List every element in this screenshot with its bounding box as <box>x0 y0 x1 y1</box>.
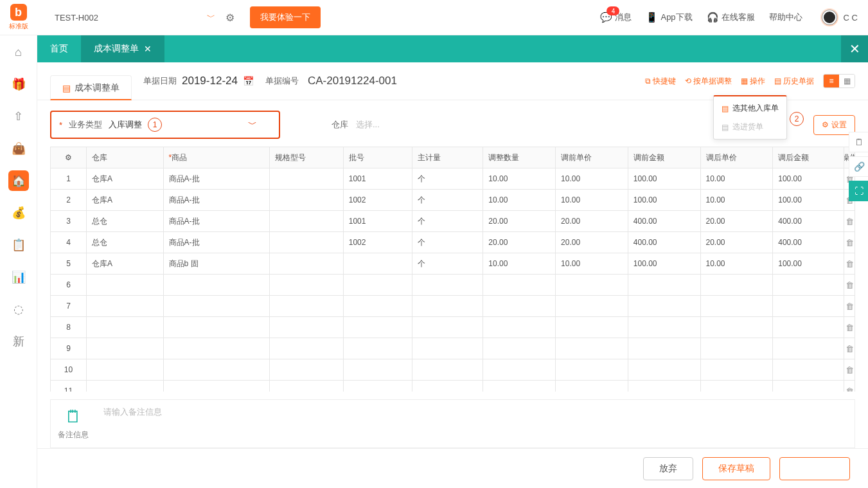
user-menu[interactable]: C C <box>820 8 858 26</box>
cell-post-amt[interactable]: 400.00 <box>773 232 844 253</box>
cell-unit[interactable] <box>412 359 484 380</box>
remark-input[interactable]: 请输入备注信息 <box>96 400 855 447</box>
close-icon[interactable]: ✕ <box>144 44 152 54</box>
messages-link[interactable]: 💬 消息 4 <box>600 12 632 23</box>
cell-pre-amt[interactable]: 100.00 <box>628 190 701 210</box>
cell-post-amt[interactable] <box>773 338 844 359</box>
trash-icon[interactable]: 🗑 <box>846 280 854 290</box>
cell-product[interactable] <box>164 338 270 359</box>
table-row[interactable]: 11🗑 <box>51 381 855 392</box>
history-link[interactable]: ▤历史单据 <box>774 76 814 87</box>
app-download-link[interactable]: 📱 App下载 <box>646 12 692 23</box>
cell-warehouse[interactable]: 仓库A <box>87 190 164 210</box>
by-bill-link[interactable]: ⟲按单据调整 <box>685 76 732 87</box>
calendar-icon[interactable]: 📅 <box>243 76 254 86</box>
cell-post-up[interactable] <box>701 359 774 380</box>
cell-pre-up[interactable] <box>556 317 628 338</box>
dropdown-option-other-inbound[interactable]: ▤ 选其他入库单 <box>714 99 786 118</box>
cell-post-up[interactable]: 20.00 <box>701 232 774 253</box>
cell-pre-amt[interactable] <box>628 338 701 359</box>
table-row[interactable]: 8🗑 <box>51 317 855 338</box>
table-row[interactable]: 7🗑 <box>51 296 855 317</box>
cell-product[interactable]: 商品A-批 <box>164 211 270 231</box>
nav-report-icon[interactable]: 📊 <box>8 267 29 287</box>
cell-unit[interactable]: 个 <box>412 168 484 189</box>
cell-unit[interactable] <box>412 338 484 359</box>
cell-batch[interactable]: 1002 <box>344 232 412 253</box>
trash-icon[interactable]: 🗑 <box>846 302 854 311</box>
cell-spec[interactable] <box>270 190 344 210</box>
cell-adj-qty[interactable] <box>483 381 556 392</box>
cell-post-up[interactable] <box>701 381 774 392</box>
cell-pre-amt[interactable]: 400.00 <box>628 211 701 231</box>
cell-pre-amt[interactable] <box>628 381 701 392</box>
cell-warehouse[interactable] <box>87 381 164 392</box>
cell-adj-qty[interactable]: 10.00 <box>483 253 556 274</box>
cell-product[interactable]: 商品A-批 <box>164 232 270 253</box>
nav-home-icon[interactable]: ⌂ <box>8 42 29 62</box>
cell-product[interactable]: 商品A-批 <box>164 190 270 210</box>
cell-adj-qty[interactable]: 10.00 <box>483 168 556 189</box>
table-row[interactable]: 5仓库A商品b 固个10.0010.00100.0010.00100.00🗑 <box>51 253 855 275</box>
cell-post-amt[interactable] <box>773 317 844 338</box>
rail-link-icon[interactable]: 🔗 <box>849 156 868 177</box>
cell-spec[interactable] <box>270 275 344 295</box>
table-row[interactable]: 1仓库A商品A-批1001个10.0010.00100.0010.00100.0… <box>51 168 855 190</box>
cell-unit[interactable]: 个 <box>412 211 484 231</box>
shop-selector[interactable]: TEST-H002 ﹀ <box>49 8 220 26</box>
cell-post-amt[interactable] <box>773 381 844 392</box>
cell-post-amt[interactable]: 100.00 <box>773 253 844 274</box>
trash-icon[interactable]: 🗑 <box>846 365 854 375</box>
cell-warehouse[interactable]: 仓库A <box>87 168 164 189</box>
cell-product[interactable]: 商品b 固 <box>164 253 270 274</box>
table-row[interactable]: 6🗑 <box>51 275 855 296</box>
cell-unit[interactable] <box>412 381 484 392</box>
cell-unit[interactable] <box>412 317 484 338</box>
cell-adj-qty[interactable] <box>483 317 556 338</box>
cell-pre-up[interactable] <box>556 381 628 392</box>
cell-warehouse[interactable] <box>87 275 164 295</box>
help-center-link[interactable]: 帮助中心 <box>769 12 802 23</box>
cell-pre-amt[interactable] <box>628 317 701 338</box>
cell-warehouse[interactable] <box>87 359 164 380</box>
cell-post-amt[interactable]: 400.00 <box>773 211 844 231</box>
cell-product[interactable] <box>164 359 270 380</box>
cell-unit[interactable] <box>412 296 484 316</box>
nav-new-icon[interactable]: 新 <box>8 331 29 352</box>
cell-batch[interactable]: 1002 <box>344 190 412 210</box>
cell-pre-up[interactable]: 10.00 <box>556 253 628 274</box>
cell-post-amt[interactable] <box>773 296 844 316</box>
cell-post-up[interactable]: 10.00 <box>701 168 774 189</box>
business-type-select[interactable]: * 业务类型 入库调整 1 ﹀ <box>50 111 280 139</box>
document-tab[interactable]: ▤ 成本调整单 <box>50 75 132 100</box>
cell-pre-up[interactable] <box>556 275 628 295</box>
cell-warehouse[interactable]: 总仓 <box>87 211 164 231</box>
cell-pre-amt[interactable]: 400.00 <box>628 232 701 253</box>
nav-bag-icon[interactable]: 👜 <box>8 138 29 159</box>
rail-expand-icon[interactable]: ⛶ <box>849 181 868 201</box>
cell-unit[interactable]: 个 <box>412 190 484 210</box>
cell-unit[interactable]: 个 <box>412 232 484 253</box>
nav-gift-icon[interactable]: 🎁 <box>8 74 29 95</box>
table-row[interactable]: 9🗑 <box>51 338 855 359</box>
cell-post-amt[interactable] <box>773 275 844 295</box>
cell-post-up[interactable] <box>701 296 774 316</box>
cell-batch[interactable] <box>344 275 412 295</box>
cell-batch[interactable] <box>344 359 412 380</box>
cell-adj-qty[interactable]: 20.00 <box>483 211 556 231</box>
cell-spec[interactable] <box>270 381 344 392</box>
cell-post-up[interactable] <box>701 317 774 338</box>
cell-spec[interactable] <box>270 168 344 189</box>
cell-post-amt[interactable]: 100.00 <box>773 190 844 210</box>
cell-pre-up[interactable]: 10.00 <box>556 190 628 210</box>
save-draft-button[interactable]: 保存草稿 <box>702 457 770 480</box>
cell-post-amt[interactable] <box>773 359 844 380</box>
cell-warehouse[interactable] <box>87 296 164 316</box>
cell-batch[interactable] <box>344 296 412 316</box>
cell-unit[interactable] <box>412 275 484 295</box>
hotkey-link[interactable]: ⧉快捷键 <box>645 76 676 87</box>
trash-icon[interactable]: 🗑 <box>846 386 854 392</box>
cell-pre-up[interactable] <box>556 338 628 359</box>
table-row[interactable]: 2仓库A商品A-批1002个10.0010.00100.0010.00100.0… <box>51 190 855 211</box>
view-toggle[interactable]: ≡ ▦ <box>823 74 855 88</box>
